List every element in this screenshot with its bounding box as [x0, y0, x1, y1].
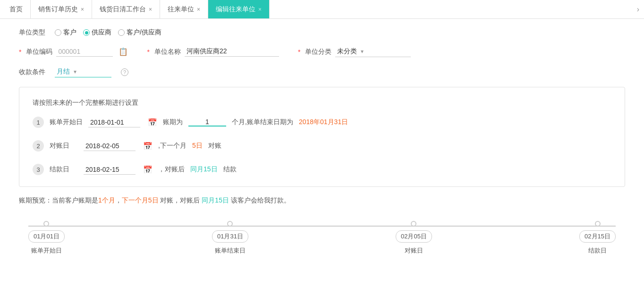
payment-term-value: 月结 — [57, 68, 70, 76]
tab-partner[interactable]: 往来单位 × — [160, 0, 208, 18]
unit-category-select[interactable]: 未分类 ▾ — [335, 46, 411, 57]
timeline-node-1: 01月31日 账单结束日 — [212, 221, 248, 255]
timeline-dot-3 — [595, 221, 601, 227]
close-partner[interactable]: × — [197, 7, 200, 12]
unit-type-label: 单位类型 — [19, 28, 45, 37]
preview-mid1: ， — [115, 196, 122, 204]
tab-home-label: 首页 — [9, 5, 23, 14]
tab-partner-label: 往来单位 — [168, 5, 194, 14]
timeline-date-0: 01月01日 — [28, 230, 65, 243]
row-num-2: 2 — [33, 140, 44, 152]
setting-row-2: 2 对账日 📅 ,下一个月5日 对账 — [33, 140, 611, 152]
setting-row-1: 1 账单开始日 📅 账期为 个月,账单结束日期为 2018年01月31日 — [33, 117, 611, 128]
unit-name-label: 单位名称 — [154, 48, 181, 56]
unit-category-value: 未分类 — [337, 47, 357, 56]
timeline-node-0: 01月01日 账单开始日 — [28, 221, 65, 255]
timeline-dot-1 — [227, 221, 233, 227]
unit-code-star: * — [19, 48, 21, 56]
setting-row-3: 3 结款日 📅 ，对账后 同月15日 结款 — [33, 164, 611, 175]
timeline-nodes: 01月01日 账单开始日 01月31日 账单结束日 02月05日 对账日 02月… — [28, 221, 616, 255]
close-sales-history[interactable]: × — [81, 7, 84, 12]
radio-supplier[interactable]: 供应商 — [83, 28, 111, 37]
unit-code-icon[interactable]: 📋 — [119, 47, 128, 56]
radio-customer-circle — [55, 29, 61, 36]
preview-mid2: 对账，对账后 — [159, 196, 200, 204]
payment-term-row: 收款条件 月结 ▾ ? — [19, 67, 625, 77]
main-content: 单位类型 客户 供应商 客户/供应商 * 单位编码 📋 — [0, 19, 644, 287]
unit-type-row: 单位类型 客户 供应商 客户/供应商 — [19, 28, 625, 37]
preview-section: 账期预览：当前客户账期是1个月，下一个月5日 对账，对账后 同月15日 该客户会… — [19, 196, 625, 205]
timeline-label-2: 对账日 — [405, 246, 423, 255]
row-3-desc-plain1: ，对账后 — [158, 165, 185, 174]
help-icon[interactable]: ? — [121, 68, 128, 76]
tab-cash-work-label: 钱货日清工作台 — [100, 5, 146, 14]
row-label-2: 对账日 — [50, 142, 78, 150]
unit-category-chevron: ▾ — [361, 48, 364, 55]
radio-both[interactable]: 客户/供应商 — [118, 28, 161, 37]
row-1-desc-suffix: 个月,账单结束日期为 — [232, 118, 293, 127]
preview-part1: 1个月 — [98, 196, 115, 204]
timeline-label-1: 账单结束日 — [215, 246, 246, 255]
preview-part3: 同月15日 — [200, 196, 229, 204]
timeline-date-1: 01月31日 — [212, 230, 248, 243]
close-edit-partner[interactable]: × — [258, 7, 262, 12]
unit-category-label: 单位分类 — [305, 48, 331, 56]
panel-hint: 请按照未来的一个完整帐期进行设置 — [33, 99, 611, 107]
unit-category-star: * — [298, 48, 300, 56]
radio-supplier-dot — [85, 31, 88, 34]
settings-panel: 请按照未来的一个完整帐期进行设置 1 账单开始日 📅 账期为 个月,账单结束日期… — [19, 87, 625, 187]
timeline-date-3: 02月15日 — [579, 230, 616, 243]
timeline-node-2: 02月05日 对账日 — [396, 221, 432, 255]
tab-home[interactable]: 首页 — [0, 0, 31, 18]
preview-suffix: 该客户会给我打款。 — [229, 196, 290, 204]
radio-both-circle — [118, 29, 125, 36]
tab-scroll-arrow[interactable]: › — [632, 0, 644, 18]
unit-name-group: * 单位名称 — [147, 47, 279, 57]
radio-customer[interactable]: 客户 — [55, 28, 76, 37]
unit-code-input[interactable] — [56, 47, 113, 57]
timeline-label-0: 账单开始日 — [31, 246, 62, 255]
payment-term-select[interactable]: 月结 ▾ — [55, 67, 111, 77]
row-num-1: 1 — [33, 117, 44, 128]
tab-sales-history[interactable]: 销售订单历史 × — [31, 0, 92, 18]
timeline-date-2: 02月05日 — [396, 230, 432, 243]
radio-both-label: 客户/供应商 — [127, 28, 161, 37]
radio-customer-label: 客户 — [63, 28, 76, 37]
start-date-input[interactable] — [88, 118, 140, 127]
unit-type-radio-group: 客户 供应商 客户/供应商 — [55, 28, 161, 37]
timeline-node-3: 02月15日 结款日 — [579, 221, 616, 255]
payment-date-input[interactable] — [84, 165, 136, 175]
row-label-3: 结款日 — [50, 165, 78, 174]
close-cash-work[interactable]: × — [149, 7, 152, 12]
timeline: 01月01日 账单开始日 01月31日 账单结束日 02月05日 对账日 02月… — [19, 216, 625, 269]
timeline-dot-0 — [43, 221, 49, 227]
row-3-desc-plain2: 结款 — [223, 165, 237, 174]
row-num-3: 3 — [33, 164, 44, 175]
row-2-desc-plain1: ,下一个月 — [158, 142, 186, 150]
preview-part2: 下一个月5日 — [122, 196, 159, 204]
payment-date-cal-icon[interactable]: 📅 — [143, 165, 153, 174]
row-3-highlight: 同月15日 — [190, 165, 218, 174]
tab-edit-partner[interactable]: 编辑往来单位 × — [208, 0, 270, 18]
radio-supplier-label: 供应商 — [92, 28, 111, 37]
preview-prefix: 账期预览：当前客户账期是 — [19, 196, 98, 204]
reconcile-date-cal-icon[interactable]: 📅 — [143, 142, 153, 151]
period-input[interactable] — [188, 118, 226, 127]
timeline-label-3: 结款日 — [588, 246, 607, 255]
unit-category-group: * 单位分类 未分类 ▾ — [298, 46, 411, 57]
unit-name-input[interactable] — [185, 47, 279, 57]
row-1-end-date: 2018年01月31日 — [299, 118, 348, 127]
tab-cash-work[interactable]: 钱货日清工作台 × — [92, 0, 160, 18]
tab-edit-partner-label: 编辑往来单位 — [216, 5, 255, 14]
payment-term-chevron: ▾ — [74, 68, 76, 75]
row-2-desc-plain2: 对账 — [208, 142, 221, 150]
unit-code-label: 单位编码 — [26, 48, 52, 56]
tab-sales-history-label: 销售订单历史 — [38, 5, 78, 14]
timeline-dot-2 — [411, 221, 416, 227]
info-row: * 单位编码 📋 * 单位名称 * 单位分类 未分类 ▾ — [19, 46, 625, 57]
reconcile-date-input[interactable] — [84, 141, 136, 151]
start-date-cal-icon[interactable]: 📅 — [148, 118, 157, 127]
unit-code-group: * 单位编码 📋 — [19, 47, 128, 57]
unit-name-star: * — [147, 48, 149, 56]
payment-term-label: 收款条件 — [19, 68, 45, 76]
